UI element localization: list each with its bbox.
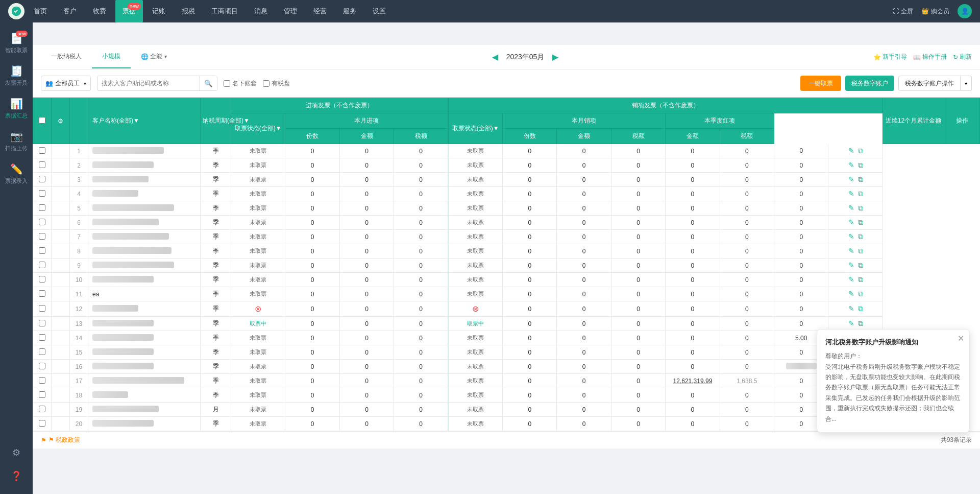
row-out-status-cell[interactable]: 未取票 (448, 244, 502, 258)
row-copy-icon[interactable]: ⧉ (858, 304, 863, 313)
sidebar-bottom-icon2[interactable]: ❓ (7, 466, 26, 486)
nav-manage[interactable]: 管理 (277, 0, 304, 22)
row-name-cell[interactable] (88, 187, 201, 201)
row-edit-icon[interactable]: ✎ (848, 304, 854, 313)
row-name-cell[interactable] (88, 273, 201, 287)
row-checkbox[interactable] (39, 262, 45, 268)
row-edit-icon[interactable]: ✎ (848, 261, 854, 269)
row-checkbox[interactable] (39, 247, 45, 254)
nav-business[interactable]: 工商项目 (204, 0, 245, 22)
row-in-status-cell[interactable]: 未取票 (231, 187, 285, 201)
row-in-status-cell[interactable]: 未取票 (231, 230, 285, 244)
row-select-cell[interactable] (33, 331, 52, 345)
row-name-cell[interactable] (88, 244, 201, 258)
tax-policy-link[interactable]: ⚑ ⚑ 税政政策 (41, 436, 80, 444)
row-edit-icon[interactable]: ✎ (848, 275, 854, 284)
row-select-cell[interactable] (33, 244, 52, 258)
tab-general-taxpayer[interactable]: 一般纳税人 (41, 46, 92, 68)
row-checkbox[interactable] (39, 334, 45, 341)
row-checkbox[interactable] (39, 147, 45, 154)
row-edit-icon[interactable]: ✎ (848, 319, 854, 327)
nav-accounting[interactable]: 记账 (145, 0, 173, 22)
row-edit-icon[interactable]: ✎ (848, 147, 854, 155)
row-name-cell[interactable]: ea (88, 287, 201, 301)
row-select-cell[interactable] (33, 287, 52, 301)
tab-allround[interactable]: 🌐 全能 ▾ (131, 46, 177, 68)
row-in-status-cell[interactable]: ⊗ (231, 301, 285, 317)
row-name-cell[interactable] (88, 173, 201, 187)
shuwu-caozuo-arrow-button[interactable]: ▾ (961, 76, 972, 91)
prev-month-button[interactable]: ◀ (492, 52, 498, 62)
row-out-status-cell[interactable]: 未取票 (448, 345, 502, 360)
row-name-cell[interactable] (88, 331, 201, 345)
row-edit-icon[interactable]: ✎ (848, 204, 854, 212)
row-select-cell[interactable] (33, 317, 52, 331)
sidebar-bottom-icon1[interactable]: ⚙ (8, 443, 24, 462)
row-out-status-cell[interactable]: ⊗ (448, 301, 502, 317)
row-out-status-cell[interactable]: 未取票 (448, 144, 502, 158)
select-all-checkbox[interactable] (39, 117, 45, 124)
row-in-status-cell[interactable]: 未取票 (231, 345, 285, 360)
row-in-status-cell[interactable]: 未取票 (231, 158, 285, 173)
row-name-cell[interactable] (88, 345, 201, 360)
row-select-cell[interactable] (33, 345, 52, 360)
row-checkbox[interactable] (39, 320, 45, 326)
row-select-cell[interactable] (33, 216, 52, 230)
row-name-cell[interactable] (88, 301, 201, 317)
nav-fee[interactable]: 收费 (86, 0, 113, 22)
row-name-cell[interactable] (88, 388, 201, 403)
row-in-status-cell[interactable]: 未取票 (231, 216, 285, 230)
row-checkbox[interactable] (39, 276, 45, 283)
row-in-status-cell[interactable]: 未取票 (231, 201, 285, 216)
row-checkbox[interactable] (39, 176, 45, 182)
row-in-status-cell[interactable]: 未取票 (231, 360, 285, 374)
row-copy-icon[interactable]: ⧉ (858, 161, 863, 169)
row-checkbox[interactable] (39, 377, 45, 384)
row-copy-icon[interactable]: ⧉ (858, 204, 863, 212)
row-in-status-cell[interactable]: 未取票 (231, 244, 285, 258)
row-checkbox[interactable] (39, 348, 45, 355)
row-out-status-cell[interactable]: 未取票 (448, 258, 502, 273)
shuwu-caozuo-button[interactable]: 税务数字账户操作 (898, 76, 961, 91)
youshupan-checkbox-label[interactable]: 有税盘 (263, 79, 290, 88)
row-out-status-cell[interactable]: 未取票 (448, 173, 502, 187)
notification-close-button[interactable]: ✕ (958, 334, 964, 343)
tab-small-scale[interactable]: 小规模 (92, 46, 131, 68)
row-out-status-cell[interactable]: 未取票 (448, 201, 502, 216)
row-out-status-cell[interactable]: 未取票 (448, 388, 502, 403)
new-guide-button[interactable]: ⭐ 新手引导 (873, 53, 907, 61)
row-select-cell[interactable] (33, 230, 52, 244)
row-select-cell[interactable] (33, 403, 52, 417)
yijian-piao-button[interactable]: 一键取票 (800, 76, 841, 91)
row-copy-icon[interactable]: ⧉ (858, 190, 863, 198)
row-out-status-cell[interactable]: 未取票 (448, 417, 502, 431)
row-select-cell[interactable] (33, 258, 52, 273)
row-checkbox[interactable] (39, 204, 45, 211)
row-select-cell[interactable] (33, 388, 52, 403)
search-input[interactable] (97, 80, 200, 87)
row-edit-icon[interactable]: ✎ (848, 247, 854, 255)
row-copy-icon[interactable]: ⧉ (858, 147, 863, 155)
sidebar-item-invoice-open[interactable]: 🧾 发票开具 (0, 59, 33, 92)
col-header-name[interactable]: 客户名称(全部)▼ (88, 98, 201, 144)
row-in-status-cell[interactable]: 未取票 (231, 403, 285, 417)
row-name-cell[interactable] (88, 403, 201, 417)
row-copy-icon[interactable]: ⧉ (858, 247, 863, 255)
nav-settings[interactable]: 设置 (365, 0, 393, 22)
row-checkbox[interactable] (39, 406, 45, 412)
row-select-cell[interactable] (33, 374, 52, 388)
row-out-status-cell[interactable]: 取票中 (448, 317, 502, 331)
row-copy-icon[interactable]: ⧉ (858, 275, 863, 284)
row-copy-icon[interactable]: ⧉ (858, 261, 863, 269)
nav-tax[interactable]: 报税 (175, 0, 202, 22)
row-name-cell[interactable] (88, 360, 201, 374)
row-checkbox[interactable] (39, 290, 45, 297)
row-name-cell[interactable] (88, 258, 201, 273)
row-select-cell[interactable] (33, 301, 52, 317)
col-header-out-status[interactable]: 取票状态(全部)▼ (448, 113, 502, 144)
row-out-status-cell[interactable]: 未取票 (448, 187, 502, 201)
row-name-cell[interactable] (88, 374, 201, 388)
row-select-cell[interactable] (33, 201, 52, 216)
xiamzhangbiao-checkbox-label[interactable]: 名下账套 (224, 79, 257, 88)
row-select-cell[interactable] (33, 360, 52, 374)
